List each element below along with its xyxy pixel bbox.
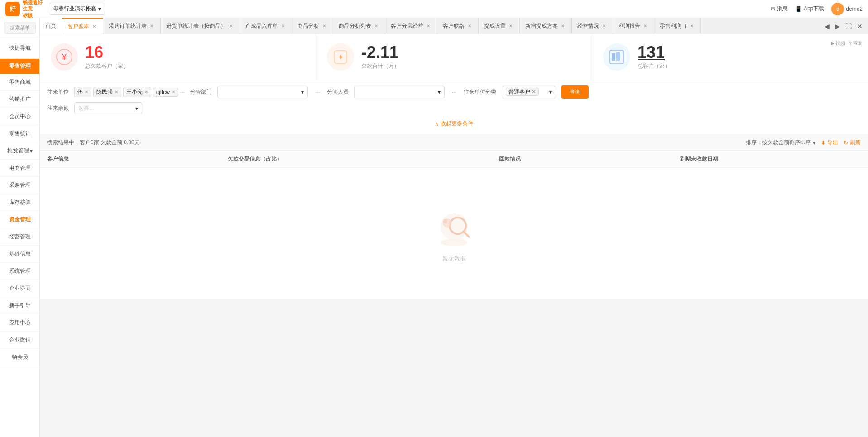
collapse-filters-btn[interactable]: ∧ 收起更多条件 bbox=[47, 118, 861, 129]
stat-debt-total-number: -2.11 bbox=[361, 44, 399, 61]
sidebar: 搜索菜单 快捷导航 零售管理 零售商城 营销推广 会员中心 零售统计 批发管理 … bbox=[0, 18, 40, 437]
export-btn[interactable]: ⬇ 导出 bbox=[821, 139, 838, 147]
play-icon: ▶ bbox=[831, 40, 834, 46]
sidebar-item-inventory[interactable]: 库存核算 bbox=[0, 194, 39, 211]
tab-profit-report[interactable]: 利润报告 ✕ bbox=[613, 18, 654, 34]
person-filter-dots[interactable]: ··· bbox=[450, 89, 458, 95]
tab-purchase-order-stats[interactable]: 采购订单统计表 ✕ bbox=[103, 18, 161, 34]
phone-icon: 📱 bbox=[795, 6, 802, 12]
sidebar-item-marketing[interactable]: 营销推广 bbox=[0, 91, 39, 108]
sidebar-item-enterprise-wechat[interactable]: 企业微信 bbox=[0, 332, 39, 349]
tab-business-status[interactable]: 经营情况 ✕ bbox=[572, 18, 613, 34]
tab-customer-account[interactable]: 客户账本 ✕ bbox=[62, 18, 103, 34]
remove-category-tag[interactable]: ✕ bbox=[532, 89, 536, 95]
tab-commission-settings[interactable]: 提成设置 ✕ bbox=[479, 18, 520, 34]
help-btn[interactable]: ? 帮助 bbox=[849, 40, 863, 47]
search-menu-button[interactable]: 搜索菜单 bbox=[4, 22, 36, 34]
sidebar-item-retail-mall[interactable]: 零售商城 bbox=[0, 74, 39, 91]
tab-close-finished-goods[interactable]: ✕ bbox=[280, 23, 286, 29]
balance-select[interactable]: 选择... ▾ bbox=[74, 102, 142, 114]
account-dropdown[interactable]: 母婴行业演示帐套 ▾ bbox=[49, 3, 105, 15]
category-select[interactable]: 普通客户 ✕ ▾ bbox=[502, 86, 556, 98]
stat-total-customers-number: 131 bbox=[638, 44, 670, 61]
tab-close-product-analysis-list[interactable]: ✕ bbox=[373, 23, 379, 29]
logo-area: 好 畅捷通好生意 标版 bbox=[5, 0, 45, 19]
data-table: 客户信息 欠款交易信息（占比） 回款情况 到期未收款日期 bbox=[40, 151, 868, 299]
tab-close-profit-report[interactable]: ✕ bbox=[642, 23, 648, 29]
filter-row-1: 往来单位 伍 ✕ 陈民强 ✕ 王小亮 ✕ bbox=[47, 86, 861, 99]
tab-finished-goods[interactable]: 产成品入库单 ✕ bbox=[240, 18, 292, 34]
message-btn[interactable]: ✉ 消息 bbox=[771, 5, 788, 13]
result-summary: 搜索结果中，客户0家 欠款金额 0.00元 bbox=[47, 139, 140, 147]
filter-row-2: 往来余额 选择... ▾ bbox=[47, 102, 861, 114]
tab-prev-btn[interactable]: ◀ bbox=[823, 22, 831, 31]
main-layout: 搜索菜单 快捷导航 零售管理 零售商城 营销推广 会员中心 零售统计 批发管理 … bbox=[0, 18, 868, 437]
app-download-btn[interactable]: 📱 App下载 bbox=[795, 5, 824, 13]
department-select[interactable]: ▾ bbox=[217, 86, 308, 98]
chevron-down-icon: ▾ bbox=[549, 89, 552, 95]
sidebar-item-app-center[interactable]: 应用中心 bbox=[0, 314, 39, 332]
tab-close-all-btn[interactable]: ✕ bbox=[855, 22, 864, 31]
svg-text:✦: ✦ bbox=[338, 53, 344, 61]
video-help-btn[interactable]: ▶ 视频 bbox=[831, 40, 845, 47]
user-profile-btn[interactable]: d demo2 bbox=[831, 3, 863, 15]
sidebar-item-operations[interactable]: 经营管理 bbox=[0, 228, 39, 246]
tab-stock-stats-product[interactable]: 进货单统计表（按商品） ✕ bbox=[161, 18, 240, 34]
page-content: ¥ 16 总欠款客户（家） ✦ -2.11 欠款合计（万） bbox=[40, 34, 868, 437]
more-tags-btn[interactable]: ··· bbox=[180, 89, 185, 95]
top-bar: 好 畅捷通好生意 标版 母婴行业演示帐套 ▾ ✉ 消息 📱 App下载 d de… bbox=[0, 0, 868, 18]
remove-tag-wangxiaoliang[interactable]: ✕ bbox=[144, 90, 148, 95]
sidebar-item-finance[interactable]: 资金管理 bbox=[0, 211, 39, 228]
tab-close-add-commission[interactable]: ✕ bbox=[560, 23, 566, 29]
avatar: d bbox=[831, 3, 844, 15]
tab-next-btn[interactable]: ▶ bbox=[833, 22, 842, 31]
sidebar-item-retail-stats[interactable]: 零售统计 bbox=[0, 125, 39, 142]
tab-close-business-status[interactable]: ✕ bbox=[601, 23, 607, 29]
sidebar-item-chang-member[interactable]: 畅会员 bbox=[0, 349, 39, 366]
tab-customer-segment[interactable]: 客户分层经营 ✕ bbox=[385, 18, 437, 34]
department-filter-dots[interactable]: ··· bbox=[313, 89, 321, 95]
person-filter-label: 分管人员 bbox=[327, 88, 349, 96]
tab-retail-profit[interactable]: 零售利润（ ✕ bbox=[654, 18, 701, 34]
sidebar-item-onboarding[interactable]: 新手引导 bbox=[0, 297, 39, 314]
remove-tag-cjttcw[interactable]: ✕ bbox=[172, 90, 175, 95]
tab-close-purchase-order-stats[interactable]: ✕ bbox=[149, 23, 155, 29]
tab-close-customer-account[interactable]: ✕ bbox=[91, 24, 97, 29]
debt-total-icon: ✦ bbox=[327, 43, 354, 71]
table-col-debt-info: 欠款交易信息（占比） bbox=[228, 155, 499, 163]
sidebar-item-basic-info[interactable]: 基础信息 bbox=[0, 246, 39, 263]
tab-close-stock-stats-product[interactable]: ✕ bbox=[228, 23, 234, 29]
result-actions: 排序：按欠款金额倒序排序 ▾ ⬇ 导出 ↻ 刷新 bbox=[746, 139, 861, 147]
tab-close-retail-profit[interactable]: ✕ bbox=[689, 23, 695, 29]
remove-tag-chenminqiang[interactable]: ✕ bbox=[115, 90, 118, 95]
stat-debt-total-label: 欠款合计（万） bbox=[361, 62, 399, 70]
remove-tag-wu[interactable]: ✕ bbox=[85, 90, 88, 95]
tab-bar-actions: ◀ ▶ ⛶ ✕ bbox=[819, 22, 868, 31]
tab-close-commission-settings[interactable]: ✕ bbox=[508, 23, 514, 29]
person-select[interactable]: ▾ bbox=[354, 86, 445, 98]
empty-icon bbox=[432, 204, 477, 249]
sidebar-item-purchase[interactable]: 采购管理 bbox=[0, 177, 39, 194]
filter-tag-cjttcw: cjttcw ✕ bbox=[153, 88, 178, 97]
tab-home[interactable]: 首页 bbox=[40, 18, 62, 34]
tab-close-product-analysis[interactable]: ✕ bbox=[321, 23, 327, 29]
tab-customer-contact[interactable]: 客户联络 ✕ bbox=[437, 18, 479, 34]
tab-close-customer-segment[interactable]: ✕ bbox=[425, 23, 432, 29]
logo-text: 畅捷通好生意 标版 bbox=[23, 0, 45, 19]
sidebar-active-section[interactable]: 零售管理 bbox=[0, 59, 39, 74]
quick-nav-button[interactable]: 快捷导航 bbox=[4, 42, 36, 55]
tab-close-customer-contact[interactable]: ✕ bbox=[466, 23, 473, 29]
tab-expand-btn[interactable]: ⛶ bbox=[844, 22, 854, 31]
sidebar-item-system[interactable]: 系统管理 bbox=[0, 263, 39, 280]
tab-product-analysis-list[interactable]: 商品分析列表 ✕ bbox=[333, 18, 385, 34]
sidebar-item-wholesale[interactable]: 批发管理 ▾ bbox=[0, 142, 39, 160]
sidebar-item-ecommerce[interactable]: 电商管理 bbox=[0, 160, 39, 177]
refresh-btn[interactable]: ↻ 刷新 bbox=[844, 139, 861, 147]
sidebar-item-member-center[interactable]: 会员中心 bbox=[0, 108, 39, 125]
sidebar-item-enterprise-collab[interactable]: 企业协同 bbox=[0, 280, 39, 297]
query-button[interactable]: 查询 bbox=[561, 86, 589, 99]
sort-btn[interactable]: 排序：按欠款金额倒序排序 ▾ bbox=[746, 139, 815, 147]
tab-bar: 首页 客户账本 ✕ 采购订单统计表 ✕ 进货单统计表（按商品） ✕ 产成品入库单… bbox=[40, 18, 868, 34]
tab-product-analysis[interactable]: 商品分析 ✕ bbox=[292, 18, 333, 34]
tab-add-commission[interactable]: 新增提成方案 ✕ bbox=[520, 18, 572, 34]
